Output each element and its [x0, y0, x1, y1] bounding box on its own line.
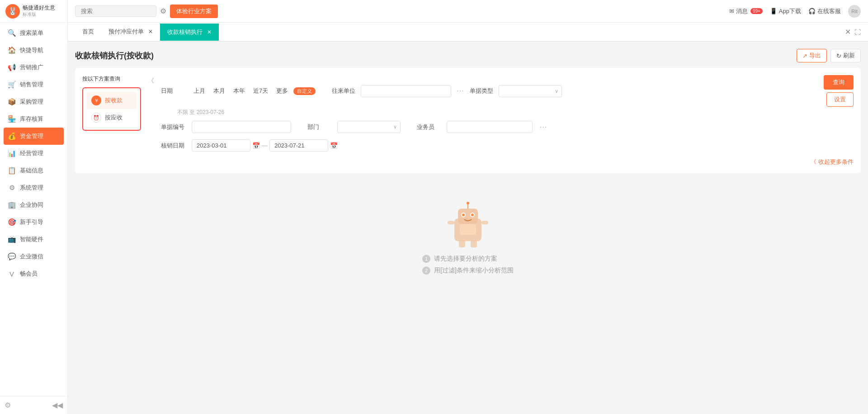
sidebar: 🐰 畅捷通好生意 标准版 🔍 搜索菜单 🏠 快捷导航 📢 营销推广 🛒 销售管理…: [0, 0, 68, 414]
this-month-btn[interactable]: 本月: [211, 86, 228, 96]
tabbar-actions: ✕ ⛶: [845, 28, 861, 36]
collapse-sidebar-icon[interactable]: ◀◀: [52, 401, 63, 409]
sidebar-item-member[interactable]: V 畅会员: [0, 265, 67, 282]
sidebar-item-label-capital: 资金管理: [20, 132, 43, 140]
filter-row-1: 日期 上月 本月 本年 近7天 更多 自定义 往来单位 ··· 单据类型: [161, 75, 854, 107]
last-7days-btn[interactable]: 近7天: [250, 86, 271, 96]
receipt-icon: ￥: [91, 95, 101, 105]
export-label: 导出: [809, 52, 821, 60]
department-label: 部门: [307, 123, 330, 131]
counterparty-input[interactable]: [361, 85, 451, 97]
query-button[interactable]: 查询: [824, 75, 854, 90]
last-month-btn[interactable]: 上月: [191, 86, 208, 96]
counterparty-ellipsis[interactable]: ···: [457, 87, 464, 95]
filter-row-2: 单据编号 部门 业务员 ···: [161, 121, 854, 133]
search-input[interactable]: [75, 5, 156, 17]
sidebar-item-purchase[interactable]: 📦 采购管理: [0, 93, 67, 110]
salesperson-label: 业务员: [417, 123, 439, 131]
content-area: 收款核销执行(按收款) ↗ 导出 ↻ 刷新 按以下方案查询 ￥: [68, 42, 868, 414]
sidebar-item-marketing[interactable]: 📢 营销推广: [0, 59, 67, 76]
sidebar-item-label-quicknav: 快捷导航: [20, 46, 43, 54]
sidebar-item-enterprise[interactable]: 🏢 企业协同: [0, 196, 67, 214]
inventory-icon: 🏪: [7, 115, 16, 123]
bill-no-label: 单据编号: [161, 123, 184, 131]
sidebar-item-inventory[interactable]: 🏪 库存核算: [0, 110, 67, 128]
search-icon: 🔍: [7, 29, 16, 37]
receivable-icon: ⏰: [91, 113, 101, 123]
filter-option-by-receivable[interactable]: ⏰ 按应收: [87, 109, 137, 126]
hint-num-1: 1: [422, 255, 430, 263]
expand-icon[interactable]: ⛶: [854, 29, 861, 36]
svg-rect-1: [458, 209, 478, 224]
sidebar-item-system[interactable]: ⚙ 系统管理: [0, 179, 67, 196]
collapse-filter-button[interactable]: 《: [146, 75, 156, 166]
topbar-search-area: ⚙ 体验行业方案: [75, 5, 724, 18]
sidebar-item-label-wecom: 企业微信: [20, 252, 43, 261]
sidebar-item-label-inventory: 库存核算: [20, 115, 43, 123]
salesperson-ellipsis[interactable]: ···: [540, 123, 547, 131]
export-button[interactable]: ↗ 导出: [797, 49, 827, 62]
tab-home[interactable]: 首页: [75, 23, 101, 41]
bill-type-select[interactable]: [499, 85, 562, 97]
app-download-button[interactable]: 📱 App下载: [770, 7, 801, 15]
tab-prepay-label: 预付冲应付单: [108, 28, 144, 36]
page-actions: ↗ 导出 ↻ 刷新: [797, 49, 861, 62]
sidebar-item-search[interactable]: 🔍 搜索菜单: [0, 24, 67, 42]
tab-writeoff-close[interactable]: ✕: [207, 29, 212, 35]
app-download-label: App下载: [779, 7, 801, 15]
calendar-end-icon[interactable]: 📅: [330, 142, 338, 149]
collapse-more-button[interactable]: 《 收起更多条件: [161, 158, 854, 166]
sidebar-item-label-system: 系统管理: [20, 184, 43, 192]
sidebar-item-label-hardware: 智能硬件: [20, 235, 43, 243]
tab-writeoff-label: 收款核销执行: [167, 28, 203, 36]
sidebar-item-capital[interactable]: 💰 资金管理: [4, 128, 64, 145]
sidebar-item-sales[interactable]: 🛒 销售管理: [0, 76, 67, 93]
filter-settings-button[interactable]: 设置: [826, 92, 854, 107]
salesperson-input[interactable]: [447, 121, 533, 133]
user-avatar[interactable]: Rit: [848, 5, 861, 18]
bill-type-select-wrap: [499, 85, 562, 97]
sidebar-item-label-management: 经营管理: [20, 149, 43, 157]
messages-button[interactable]: ✉ 消息 99+: [729, 7, 763, 15]
svg-rect-9: [481, 221, 488, 224]
more-date-btn[interactable]: 更多: [274, 86, 291, 96]
tab-writeoff[interactable]: 收款核销执行 ✕: [160, 24, 219, 41]
sidebar-item-label-enterprise: 企业协同: [20, 201, 43, 209]
solution-button[interactable]: 体验行业方案: [170, 5, 218, 18]
counterparty-label: 往来单位: [332, 87, 355, 95]
department-select-wrap: [337, 121, 401, 133]
tab-prepay-close[interactable]: ✕: [148, 29, 153, 35]
department-select[interactable]: [337, 121, 401, 133]
member-icon: V: [7, 270, 16, 278]
topbar: ⚙ 体验行业方案 ✉ 消息 99+ 📱 App下载 🎧 在线客服 Rit: [68, 0, 868, 23]
sidebar-item-management[interactable]: 📊 经营管理: [0, 145, 67, 162]
writeoff-date-start-input[interactable]: [192, 139, 250, 152]
sidebar-item-basicinfo[interactable]: 📋 基础信息: [0, 162, 67, 179]
filter-option-by-receipt[interactable]: ￥ 按收款: [87, 92, 137, 109]
filter-row-3: 核销日期 📅 — 📅: [161, 139, 854, 152]
sidebar-item-quicknav[interactable]: 🏠 快捷导航: [0, 42, 67, 59]
sidebar-item-guide[interactable]: 🎯 新手引导: [0, 214, 67, 231]
logo: 🐰 畅捷通好生意 标准版: [0, 0, 67, 23]
filter-options-box: ￥ 按收款 ⏰ 按应收: [82, 87, 141, 131]
message-label: 消息: [736, 7, 748, 15]
filter-main: 日期 上月 本月 本年 近7天 更多 自定义 往来单位 ··· 单据类型: [161, 75, 854, 166]
this-year-btn[interactable]: 本年: [231, 86, 248, 96]
writeoff-date-end-input[interactable]: [269, 139, 328, 152]
message-badge: 99+: [750, 8, 763, 14]
svg-rect-12: [460, 224, 476, 235]
sidebar-item-hardware[interactable]: 📺 智能硬件: [0, 231, 67, 248]
close-tab-icon[interactable]: ✕: [845, 28, 851, 36]
sidebar-item-wecom[interactable]: 💬 企业微信: [0, 248, 67, 265]
online-service-button[interactable]: 🎧 在线客服: [808, 7, 841, 15]
calendar-start-icon[interactable]: 📅: [252, 142, 260, 149]
empty-state: 1 请先选择要分析的方案 2 用[过滤]条件来缩小分析范围: [75, 173, 861, 302]
by-receipt-label: 按收款: [105, 96, 123, 105]
tab-prepay[interactable]: 预付冲应付单 ✕: [101, 23, 160, 41]
gear-icon[interactable]: ⚙: [160, 7, 166, 15]
guide-icon: 🎯: [7, 218, 16, 226]
settings-icon[interactable]: ⚙: [5, 401, 11, 409]
refresh-button[interactable]: ↻ 刷新: [830, 49, 861, 62]
basicinfo-icon: 📋: [7, 167, 16, 175]
bill-no-input[interactable]: [192, 121, 291, 133]
